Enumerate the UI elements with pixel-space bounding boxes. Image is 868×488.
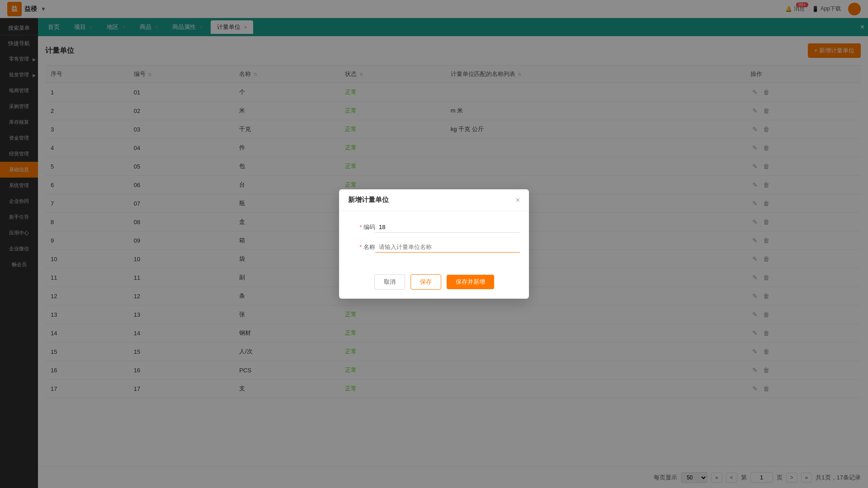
modal-header: 新增计量单位 ×	[339, 189, 529, 211]
name-input[interactable]	[375, 242, 520, 253]
save-and-new-button[interactable]: 保存并新增	[447, 275, 494, 289]
code-input[interactable]	[375, 222, 520, 233]
modal-body: 编码 名称	[339, 211, 529, 269]
save-button[interactable]: 保存	[410, 274, 441, 290]
modal-close-button[interactable]: ×	[516, 196, 520, 204]
code-form-row: 编码	[348, 222, 520, 233]
modal-footer: 取消 保存 保存并新增	[339, 269, 529, 299]
cancel-button[interactable]: 取消	[374, 274, 405, 290]
modal-overlay[interactable]: 新增计量单位 × 编码 名称 取消 保存 保存并新增	[0, 0, 868, 488]
code-label: 编码	[348, 223, 375, 231]
name-form-row: 名称	[348, 242, 520, 253]
add-unit-modal: 新增计量单位 × 编码 名称 取消 保存 保存并新增	[339, 189, 529, 299]
modal-title: 新增计量单位	[348, 196, 389, 204]
name-label: 名称	[348, 243, 375, 251]
